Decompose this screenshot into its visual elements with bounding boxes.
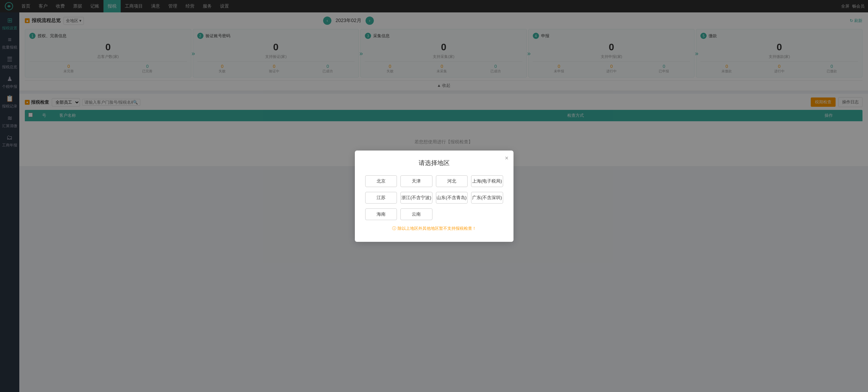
warning-icon: ⓘ	[392, 226, 396, 231]
region-grid-row3: 海南 云南	[365, 208, 503, 220]
region-grid-row1: 北京 天津 河北 上海(电子税局)	[365, 175, 503, 187]
region-hebei[interactable]: 河北	[436, 175, 468, 187]
warning-text: 除以上地区外其他地区暂不支持报税检查！	[398, 226, 476, 231]
modal-warning: ⓘ 除以上地区外其他地区暂不支持报税检查！	[365, 226, 503, 231]
region-shanghai[interactable]: 上海(电子税局)	[471, 175, 503, 187]
modal-title: 请选择地区	[365, 159, 503, 167]
region-grid-row2: 江苏 浙江(不含宁波) 山东(不含青岛) 广东(不含深圳)	[365, 192, 503, 204]
region-jiangsu[interactable]: 江苏	[365, 192, 397, 204]
region-guangdong[interactable]: 广东(不含深圳)	[471, 192, 503, 204]
modal-close-button[interactable]: ×	[505, 155, 509, 162]
region-empty-2	[471, 208, 503, 220]
region-yunnan[interactable]: 云南	[400, 208, 432, 220]
region-select-modal: × 请选择地区 北京 天津 河北 上海(电子税局) 江苏 浙江(不含宁波) 山东…	[355, 151, 513, 242]
modal-overlay: × 请选择地区 北京 天津 河北 上海(电子税局) 江苏 浙江(不含宁波) 山东…	[0, 0, 868, 392]
region-zhejiang[interactable]: 浙江(不含宁波)	[400, 192, 432, 204]
region-tianjin[interactable]: 天津	[400, 175, 432, 187]
region-shandong[interactable]: 山东(不含青岛)	[436, 192, 468, 204]
region-hainan[interactable]: 海南	[365, 208, 397, 220]
region-beijing[interactable]: 北京	[365, 175, 397, 187]
region-empty-1	[436, 208, 468, 220]
